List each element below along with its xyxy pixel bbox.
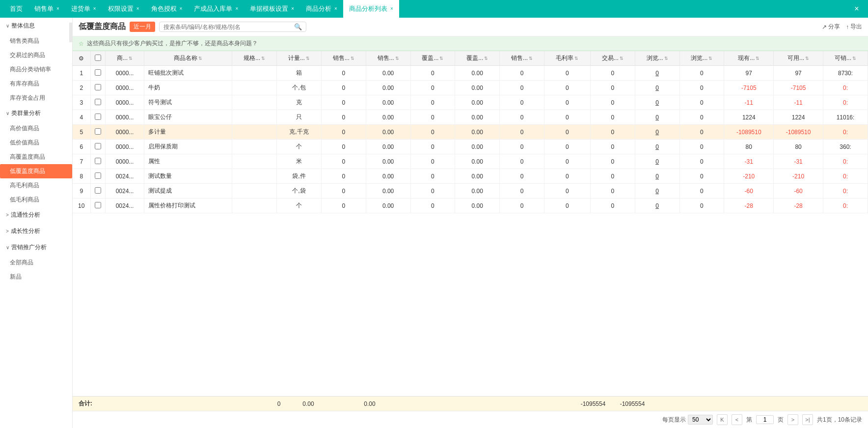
nav-tab-close-7[interactable]: × [390, 0, 393, 18]
nav-tab-close-1[interactable]: × [93, 0, 96, 18]
sidebar-collapse-button[interactable]: 《 [69, 23, 73, 42]
sidebar-item-4-1[interactable]: 新品 [0, 270, 72, 284]
col-gross-margin[interactable]: 毛利率⇅ [544, 51, 591, 66]
sort-icon-b2: ⇅ [708, 56, 712, 61]
col-cover1[interactable]: 覆盖...⇅ [410, 51, 455, 66]
col-spec[interactable]: 规格...⇅ [232, 51, 277, 66]
nav-tab-6[interactable]: 商品分析× [300, 0, 343, 18]
last-page-button[interactable]: >| [802, 414, 813, 425]
share-button[interactable]: ↗ 分享 [822, 23, 840, 31]
nav-tab-close-5[interactable]: × [291, 0, 294, 18]
nav-tab-close-0[interactable]: × [56, 0, 59, 18]
col-name[interactable]: 商品名称⇅ [144, 51, 232, 66]
col-sellable[interactable]: 可销...⇅ [823, 51, 868, 66]
col-sales-amt[interactable]: 销售...⇅ [366, 51, 410, 66]
col-settings[interactable]: ⚙ [73, 51, 90, 66]
prev-page-button[interactable]: < [732, 414, 742, 425]
sidebar-section-header-0[interactable]: ∨整体信息 [0, 18, 72, 34]
col-unit[interactable]: 计量...⇅ [276, 51, 321, 66]
nav-home[interactable]: 首页 [4, 0, 28, 18]
col-cover2[interactable]: 覆盖...⇅ [455, 51, 500, 66]
col-available[interactable]: 可用...⇅ [774, 51, 823, 66]
sidebar-section-header-4[interactable]: ∨营销推广分析 [0, 239, 72, 256]
col-sales-count[interactable]: 销售...⇅ [500, 51, 544, 66]
row-checkbox[interactable] [90, 184, 105, 199]
sidebar-section-header-3[interactable]: >成长性分析 [0, 223, 72, 239]
nav-tab-label-7: 商品分析列表 [349, 0, 387, 18]
nav-tab-2[interactable]: 权限设置× [102, 0, 145, 18]
col-checkbox[interactable] [90, 51, 105, 66]
sidebar-item-0-4[interactable]: 库存资金占用 [0, 91, 72, 105]
row-checkbox[interactable] [90, 110, 105, 125]
nav-tab-3[interactable]: 角色授权× [145, 0, 189, 18]
col-available-label: 可用... [787, 55, 804, 61]
sidebar-item-0-1[interactable]: 交易过的商品 [0, 48, 72, 62]
next-page-button[interactable]: > [787, 414, 798, 425]
row-browse2: 0 [679, 199, 724, 213]
row-checkbox[interactable] [90, 199, 105, 213]
share-label: 分享 [828, 23, 840, 31]
row-checkbox[interactable] [90, 66, 105, 81]
nav-tab-close-4[interactable]: × [235, 0, 238, 18]
sidebar-item-0-2[interactable]: 商品分类动销率 [0, 62, 72, 77]
row-checkbox[interactable] [90, 140, 105, 154]
nav-tab-4[interactable]: 产成品入库单× [188, 0, 244, 18]
row-checkbox[interactable] [90, 125, 105, 140]
col-browse1[interactable]: 浏览...⇅ [635, 51, 679, 66]
row-checkbox[interactable] [90, 169, 105, 184]
sidebar-item-4-0[interactable]: 全部商品 [0, 256, 72, 270]
row-no: 10 [73, 199, 90, 213]
row-sales-qty: 0 [321, 184, 366, 199]
search-icon[interactable]: 🔍 [294, 23, 302, 30]
nav-tab-label-1: 进货单 [71, 0, 90, 18]
page-input[interactable] [756, 415, 774, 424]
row-spec [232, 110, 277, 125]
row-checkbox[interactable] [90, 154, 105, 169]
nav-tab-close-2[interactable]: × [136, 0, 139, 18]
row-cover2: 0.00 [455, 81, 500, 95]
sidebar-item-1-5[interactable]: 低毛利商品 [0, 193, 72, 207]
col-browse2-label: 浏览... [691, 55, 707, 61]
sidebar-section-header-2[interactable]: >流通性分析 [0, 207, 72, 223]
window-close-button[interactable]: × [849, 1, 864, 16]
row-checkbox[interactable] [90, 95, 105, 110]
nav-tab-close-6[interactable]: × [334, 0, 337, 18]
search-input[interactable] [163, 24, 292, 30]
col-transaction[interactable]: 交易...⇅ [590, 51, 635, 66]
sidebar-item-1-3[interactable]: 低覆盖度商品 [0, 164, 72, 178]
sort-icon-b1: ⇅ [664, 56, 668, 61]
share-icon: ↗ [822, 24, 827, 30]
nav-tab-close-3[interactable]: × [180, 0, 183, 18]
nav-tab-5[interactable]: 单据模板设置× [244, 0, 300, 18]
row-no: 8 [73, 169, 90, 184]
sidebar-item-1-1[interactable]: 低价值商品 [0, 136, 72, 150]
row-name: 启用保质期 [144, 140, 232, 154]
sidebar-item-0-0[interactable]: 销售类商品 [0, 34, 72, 48]
row-checkbox[interactable] [90, 81, 105, 95]
nav-tab-7[interactable]: 商品分析列表× [343, 0, 399, 18]
sidebar-item-1-2[interactable]: 高覆盖度商品 [0, 150, 72, 164]
first-page-button[interactable]: K [717, 414, 728, 425]
table-container[interactable]: ⚙ 商...⇅ 商品名称⇅ 规格...⇅ 计量...⇅ 销售...⇅ 销售...… [73, 51, 868, 396]
page-title: 低覆盖度商品 [79, 22, 126, 32]
col-code[interactable]: 商...⇅ [105, 51, 144, 66]
sidebar-item-0-3[interactable]: 有库存商品 [0, 77, 72, 91]
time-filter-button[interactable]: 近一月 [130, 22, 155, 32]
col-browse2[interactable]: 浏览...⇅ [679, 51, 724, 66]
sidebar-section-header-1[interactable]: ∨类群量分析 [0, 105, 72, 121]
row-spec [232, 125, 277, 140]
nav-tab-1[interactable]: 进货单× [65, 0, 102, 18]
per-page-select[interactable]: 2050100 [688, 415, 713, 425]
sidebar-section-arrow-0: ∨ [6, 23, 9, 29]
export-button[interactable]: ↑ 导出 [846, 23, 862, 31]
col-sales-qty[interactable]: 销售...⇅ [321, 51, 366, 66]
sidebar-item-1-0[interactable]: 高价值商品 [0, 121, 72, 136]
col-current-stock[interactable]: 现有...⇅ [724, 51, 774, 66]
nav-tab-label-6: 商品分析 [306, 0, 331, 18]
row-spec [232, 95, 277, 110]
row-sales-amt: 0.00 [366, 125, 410, 140]
sidebar-item-1-4[interactable]: 高毛利商品 [0, 178, 72, 193]
col-cover2-label: 覆盖... [466, 55, 483, 61]
select-all-checkbox[interactable] [95, 55, 101, 61]
nav-tab-0[interactable]: 销售单× [28, 0, 65, 18]
